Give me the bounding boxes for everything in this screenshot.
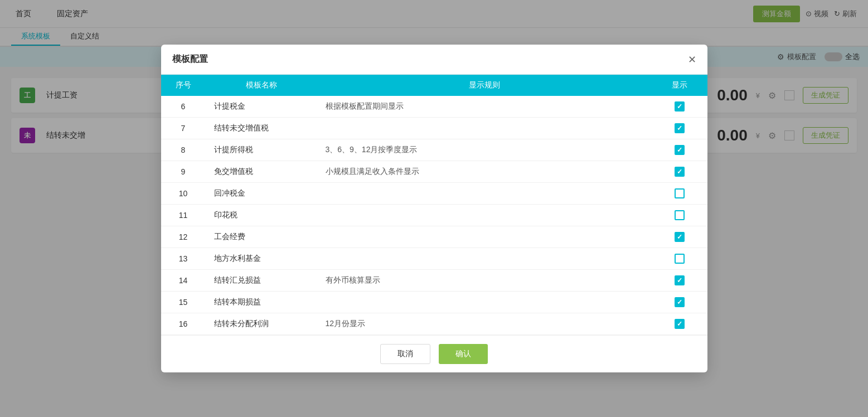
cell-display[interactable] [652,313,707,335]
cell-name: 结转未交增值税 [206,118,317,139]
cell-name: 计提所得税 [206,139,317,161]
table-row: 11印花税 [161,205,707,226]
cell-rule: 3、6、9、12月按季度显示 [317,139,652,161]
cell-name: 结转汇兑损益 [206,270,317,292]
checkbox-row-9[interactable] [675,297,685,307]
cell-seq: 13 [161,248,206,270]
cell-seq: 11 [161,205,206,226]
table-row: 15结转本期损益 [161,292,707,313]
cell-rule: 小规模且满足收入条件显示 [317,161,652,183]
table-row: 7结转未交增值税 [161,118,707,139]
cell-display[interactable] [652,96,707,118]
table-row: 16结转未分配利润12月份显示 [161,313,707,335]
col-name: 模板名称 [206,75,317,96]
cell-display[interactable] [652,118,707,139]
checkbox-row-10[interactable] [675,319,685,329]
cell-rule [317,205,652,226]
cell-display[interactable] [652,226,707,248]
checkbox-row-0[interactable] [675,101,685,111]
checkbox-row-7[interactable] [675,254,685,264]
cell-name: 回冲税金 [206,183,317,205]
cell-rule: 有外币核算显示 [317,270,652,292]
table-header: 序号 模板名称 显示规则 显示 [161,75,707,96]
table-header-row: 序号 模板名称 显示规则 显示 [161,75,707,96]
checkbox-row-8[interactable] [675,275,685,285]
cell-display[interactable] [652,161,707,183]
config-table: 序号 模板名称 显示规则 显示 6计提税金根据模板配置期间显示7结转未交增值税8… [161,75,707,335]
cell-display[interactable] [652,139,707,161]
cell-seq: 6 [161,96,206,118]
cell-rule [317,248,652,270]
cell-seq: 7 [161,118,206,139]
checkbox-row-4[interactable] [675,188,685,198]
checkbox-row-1[interactable] [675,123,685,133]
col-rule: 显示规则 [317,75,652,96]
modal-body: 序号 模板名称 显示规则 显示 6计提税金根据模板配置期间显示7结转未交增值税8… [161,75,707,335]
cell-name: 结转未分配利润 [206,313,317,335]
cell-display[interactable] [652,183,707,205]
cell-rule [317,183,652,205]
cell-seq: 12 [161,226,206,248]
modal-template-config: 模板配置 ✕ 序号 模板名称 显示规则 显示 6计提税金根据模板配置期间显示7结… [161,45,707,372]
cell-display[interactable] [652,270,707,292]
table-row: 6计提税金根据模板配置期间显示 [161,96,707,118]
col-seq: 序号 [161,75,206,96]
checkbox-row-5[interactable] [675,210,685,220]
modal-overlay: 模板配置 ✕ 序号 模板名称 显示规则 显示 6计提税金根据模板配置期间显示7结… [0,0,868,417]
cell-rule: 12月份显示 [317,313,652,335]
cell-seq: 9 [161,161,206,183]
table-body: 6计提税金根据模板配置期间显示7结转未交增值税8计提所得税3、6、9、12月按季… [161,96,707,335]
modal-footer: 取消 确认 [161,335,707,372]
cell-name: 工会经费 [206,226,317,248]
table-row: 12工会经费 [161,226,707,248]
cell-name: 印花税 [206,205,317,226]
col-display: 显示 [652,75,707,96]
cell-seq: 14 [161,270,206,292]
cell-name: 免交增值税 [206,161,317,183]
cell-name: 计提税金 [206,96,317,118]
cell-name: 地方水利基金 [206,248,317,270]
table-row: 10回冲税金 [161,183,707,205]
table-row: 13地方水利基金 [161,248,707,270]
cancel-button[interactable]: 取消 [380,344,430,364]
checkbox-row-3[interactable] [675,167,685,177]
table-row: 14结转汇兑损益有外币核算显示 [161,270,707,292]
modal-title: 模板配置 [172,54,208,65]
cell-rule [317,292,652,313]
cell-display[interactable] [652,292,707,313]
cell-seq: 10 [161,183,206,205]
table-row: 9免交增值税小规模且满足收入条件显示 [161,161,707,183]
cell-seq: 16 [161,313,206,335]
cell-rule [317,118,652,139]
cell-display[interactable] [652,205,707,226]
modal-header: 模板配置 ✕ [161,45,707,75]
confirm-button[interactable]: 确认 [439,344,488,364]
cell-rule: 根据模板配置期间显示 [317,96,652,118]
cell-seq: 8 [161,139,206,161]
cell-rule [317,226,652,248]
checkbox-row-2[interactable] [675,145,685,155]
modal-close-button[interactable]: ✕ [688,55,696,65]
cell-name: 结转本期损益 [206,292,317,313]
table-row: 8计提所得税3、6、9、12月按季度显示 [161,139,707,161]
cell-display[interactable] [652,248,707,270]
checkbox-row-6[interactable] [675,232,685,242]
cell-seq: 15 [161,292,206,313]
